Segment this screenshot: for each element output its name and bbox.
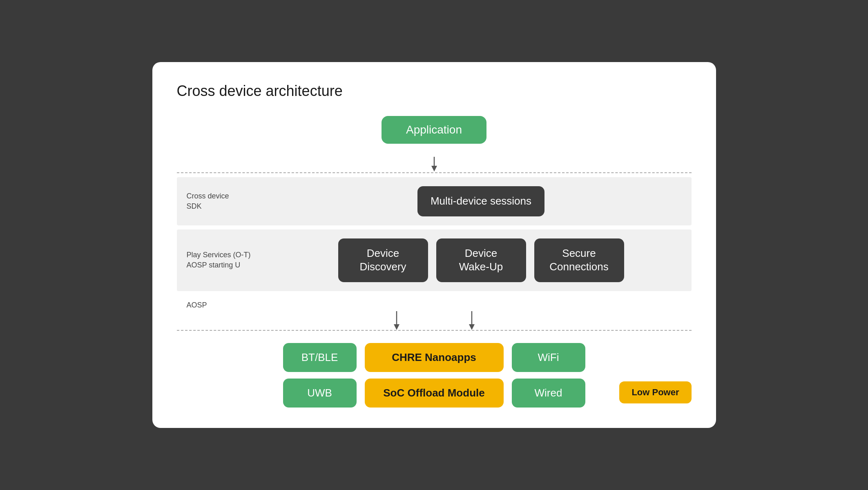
sdk-nodes: Multi-device sessions bbox=[281, 186, 682, 216]
wifi-node: WiFi bbox=[512, 343, 585, 372]
bt-ble-node: BT/BLE bbox=[283, 343, 357, 372]
arrow-discovery bbox=[392, 311, 402, 330]
svg-marker-3 bbox=[394, 324, 399, 330]
bottom-nodes-container: BT/BLE UWB CHRE Nanoapps SoC Offload Mod… bbox=[177, 343, 692, 408]
multi-device-sessions-node: Multi-device sessions bbox=[417, 186, 544, 216]
device-wakeup-node: DeviceWake-Up bbox=[436, 238, 526, 283]
application-node: Application bbox=[382, 116, 486, 144]
chre-nanoapps-node: CHRE Nanoapps bbox=[365, 343, 504, 372]
soc-offload-node: SoC Offload Module bbox=[365, 379, 504, 408]
arrow-wakeup bbox=[467, 311, 477, 330]
low-power-badge: Low Power bbox=[619, 381, 691, 403]
aosp-label: AOSP bbox=[187, 301, 207, 309]
play-services-label: Play Services (O-T)AOSP starting U bbox=[187, 250, 268, 270]
main-card: Cross device architecture Application Cr… bbox=[152, 62, 716, 428]
bottom-section: BT/BLE UWB CHRE Nanoapps SoC Offload Mod… bbox=[177, 331, 692, 408]
right-column: WiFi Wired bbox=[512, 343, 585, 408]
sdk-band: Cross deviceSDK Multi-device sessions bbox=[177, 177, 692, 225]
center-column: CHRE Nanoapps SoC Offload Module bbox=[365, 343, 504, 408]
aosp-label-row: AOSP bbox=[177, 295, 692, 310]
svg-marker-1 bbox=[431, 166, 437, 172]
device-discovery-node: DeviceDiscovery bbox=[338, 238, 428, 283]
svg-marker-5 bbox=[469, 324, 475, 330]
application-row: Application bbox=[177, 116, 692, 156]
secure-connections-node: SecureConnections bbox=[534, 238, 624, 283]
uwb-node: UWB bbox=[283, 379, 357, 408]
play-services-nodes: DeviceDiscovery DeviceWake-Up SecureConn… bbox=[281, 238, 682, 283]
play-services-band: Play Services (O-T)AOSP starting U Devic… bbox=[177, 229, 692, 292]
wired-node: Wired bbox=[512, 379, 585, 408]
architecture-diagram: Application Cross deviceSDK Multi-device… bbox=[177, 116, 692, 408]
page-title: Cross device architecture bbox=[177, 82, 692, 100]
sdk-label: Cross deviceSDK bbox=[187, 191, 268, 212]
left-column: BT/BLE UWB bbox=[283, 343, 357, 408]
mid-arrows bbox=[177, 310, 692, 330]
arrow-app-to-sdk bbox=[177, 156, 692, 172]
